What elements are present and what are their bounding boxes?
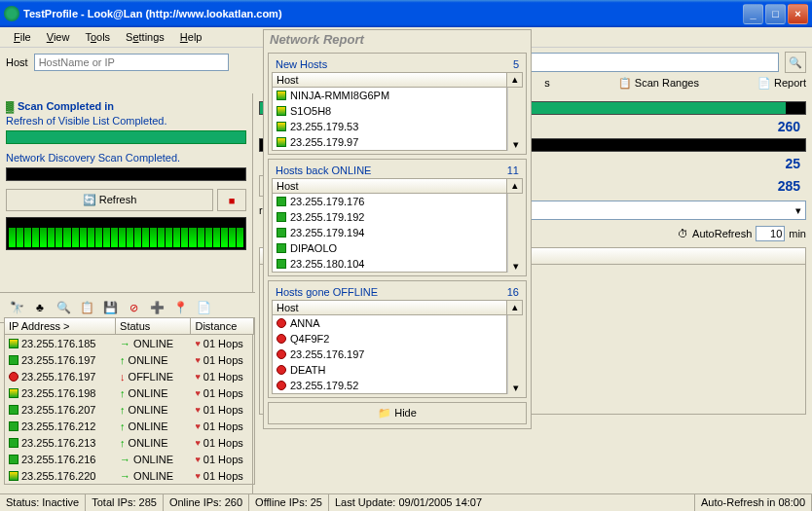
- table-row[interactable]: 23.255.176.185 → ONLINE ♥ 01 Hops: [5, 335, 254, 351]
- list-item[interactable]: 23.255.180.104: [273, 256, 506, 272]
- section-label: Hosts back ONLINE: [276, 164, 371, 176]
- tool-save-icon[interactable]: 💾: [99, 297, 121, 318]
- section-list: ANNAQ4F9F223.255.176.197DEATH23.255.179.…: [272, 315, 507, 394]
- refresh-visible-msg: Refresh of Visible List Completed.: [6, 115, 246, 127]
- app-icon: [4, 6, 19, 21]
- tab-report[interactable]: 📄 Report: [757, 77, 806, 90]
- scrollbar[interactable]: ▾: [507, 88, 523, 151]
- tool-add-icon[interactable]: ➕: [146, 297, 167, 318]
- list-item[interactable]: DIPAOLO: [273, 240, 506, 256]
- network-report-panel: Network Report New Hosts5 Host▴ NINJA-RM…: [263, 29, 532, 429]
- progress-1: [6, 130, 246, 144]
- col-host[interactable]: Host: [273, 73, 506, 87]
- list-item[interactable]: 23.255.176.197: [273, 347, 506, 362]
- autorefresh-unit: min: [789, 228, 806, 239]
- statusbar: Status: Inactive Total IPs: 285 Online I…: [0, 493, 812, 511]
- col-distance[interactable]: Distance: [191, 318, 254, 334]
- list-item[interactable]: DEATH: [273, 362, 506, 378]
- list-item[interactable]: Q4F9F2: [273, 331, 506, 347]
- section-list: 23.255.179.17623.255.179.19223.255.179.1…: [272, 194, 507, 273]
- hide-button[interactable]: 📁 Hide: [268, 402, 527, 424]
- autorefresh-input[interactable]: [756, 226, 785, 241]
- status-autorefresh: Auto-Refresh in 08:00: [695, 494, 812, 511]
- status-online: Online IPs: 260: [164, 494, 249, 511]
- autorefresh-label: AutoRefresh: [692, 228, 752, 239]
- list-item[interactable]: ANNA: [273, 315, 506, 331]
- status-inactive: Status: Inactive: [0, 494, 86, 511]
- list-item[interactable]: 23.255.179.176: [273, 194, 506, 209]
- scrollbar[interactable]: ▾: [507, 194, 523, 273]
- host-label: Host: [6, 56, 28, 68]
- col-host[interactable]: Host: [273, 179, 506, 193]
- status-offline: Offline IPs: 25: [249, 494, 329, 511]
- discovery-msg: Network Discovery Scan Completed.: [6, 152, 246, 164]
- menu-help[interactable]: Help: [172, 29, 210, 45]
- left-table-header: IP Address > Status Distance: [4, 317, 255, 335]
- section-count: 11: [507, 164, 519, 176]
- table-row[interactable]: 23.255.176.207 ↑ ONLINE ♥ 01 Hops: [5, 401, 254, 418]
- scroll-up-icon[interactable]: ▴: [506, 301, 522, 314]
- window-title: TestProfile - Look@Lan (http://www.looka…: [23, 8, 743, 19]
- list-item[interactable]: 23.255.179.194: [273, 225, 506, 240]
- report-section: New Hosts5 Host▴ NINJA-RMMI8G6PMS1O5H823…: [268, 53, 527, 155]
- scrollbar[interactable]: ▾: [507, 315, 523, 394]
- menu-settings[interactable]: Settings: [118, 29, 172, 45]
- list-item[interactable]: 23.255.179.52: [273, 378, 506, 393]
- list-item[interactable]: 23.255.179.53: [273, 119, 506, 134]
- stop-button[interactable]: ■: [217, 189, 246, 211]
- table-row[interactable]: 23.255.176.216 → ONLINE ♥ 01 Hops: [5, 451, 254, 467]
- section-label: Hosts gone OFFLINE: [276, 286, 378, 298]
- total-ips-value: 285: [778, 178, 806, 194]
- col-status[interactable]: Status: [116, 318, 191, 334]
- tool-log-icon[interactable]: 📋: [76, 297, 97, 318]
- list-item[interactable]: NINJA-RMMI8G6PM: [273, 88, 506, 103]
- right-combo[interactable]: [508, 53, 779, 72]
- search-icon[interactable]: 🔍: [785, 52, 806, 73]
- scroll-up-icon[interactable]: ▴: [506, 73, 522, 87]
- col-ip[interactable]: IP Address >: [5, 318, 116, 334]
- section-list: NINJA-RMMI8G6PMS1O5H823.255.179.5323.255…: [272, 88, 507, 151]
- table-row[interactable]: 23.255.176.197 ↑ ONLINE ♥ 01 Hops: [5, 351, 254, 368]
- left-table-body: 23.255.176.185 → ONLINE ♥ 01 Hops 23.255…: [4, 335, 255, 485]
- scroll-up-icon[interactable]: ▴: [506, 179, 522, 193]
- menu-file[interactable]: File: [6, 29, 39, 45]
- menu-view[interactable]: View: [39, 29, 78, 45]
- tool-delete-icon[interactable]: ⊘: [123, 297, 144, 318]
- maximize-button[interactable]: □: [765, 4, 786, 24]
- report-title: Network Report: [264, 30, 531, 49]
- scan-complete-msg: ▓Scan Completed in: [6, 100, 246, 112]
- table-row[interactable]: 23.255.176.198 ↑ ONLINE ♥ 01 Hops: [5, 384, 254, 401]
- menu-tools[interactable]: Tools: [77, 29, 118, 45]
- refresh-button[interactable]: 🔄 Refresh: [6, 189, 213, 211]
- status-total: Total IPs: 285: [86, 494, 164, 511]
- tab-scan-ranges[interactable]: 📋 Scan Ranges: [618, 77, 699, 90]
- section-label: New Hosts: [276, 58, 327, 70]
- report-section: Hosts back ONLINE11 Host▴ 23.255.179.176…: [268, 159, 527, 276]
- col-host[interactable]: Host: [273, 301, 506, 314]
- progress-2: [6, 167, 246, 181]
- offline-count: 25: [785, 156, 806, 171]
- list-item[interactable]: 23.255.179.97: [273, 134, 506, 150]
- tool-tree-icon[interactable]: ♣: [29, 297, 51, 318]
- tool-text-icon[interactable]: 📄: [193, 297, 214, 318]
- table-row[interactable]: 23.255.176.197 ↓ OFFLINE ♥ 01 Hops: [5, 368, 254, 384]
- table-row[interactable]: 23.255.176.212 ↑ ONLINE ♥ 01 Hops: [5, 418, 254, 434]
- host-input[interactable]: [34, 54, 229, 71]
- tool-find-icon[interactable]: 🔍: [53, 297, 74, 318]
- titlebar[interactable]: TestProfile - Look@Lan (http://www.looka…: [0, 0, 812, 27]
- tool-mark-icon[interactable]: 📍: [169, 297, 191, 318]
- table-row[interactable]: 23.255.176.213 ↑ ONLINE ♥ 01 Hops: [5, 434, 254, 451]
- minimize-button[interactable]: _: [743, 4, 763, 24]
- list-item[interactable]: 23.255.179.192: [273, 209, 506, 225]
- section-count: 16: [507, 286, 519, 298]
- status-update: Last Update: 09/01/2005 14:07: [329, 494, 695, 511]
- tool-binoculars-icon[interactable]: 🔭: [6, 297, 27, 318]
- report-section: Hosts gone OFFLINE16 Host▴ ANNAQ4F9F223.…: [268, 280, 527, 398]
- section-count: 5: [513, 58, 519, 70]
- clock-icon: ⏱: [678, 228, 688, 239]
- close-button[interactable]: ×: [788, 4, 808, 24]
- table-row[interactable]: 23.255.176.220 → ONLINE ♥ 01 Hops: [5, 467, 254, 484]
- spectrum-graph: [6, 217, 246, 250]
- online-count: 260: [778, 119, 806, 134]
- list-item[interactable]: S1O5H8: [273, 103, 506, 119]
